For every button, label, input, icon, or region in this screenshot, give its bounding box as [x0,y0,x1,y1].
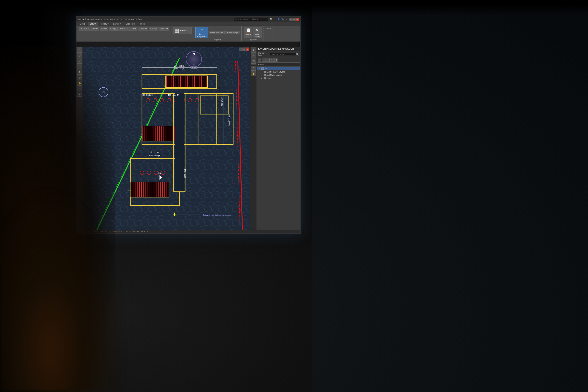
svg-text:P2: P2 [102,90,105,94]
cad-drawing-svg: Min. 11800 Weir Length Min. 12400 400 (n… [83,46,250,234]
layer-color-xref [264,77,266,80]
layer-tree-used[interactable]: All Used Layers [257,74,300,77]
dimension-tool-button[interactable]: ↔ [77,86,82,91]
set-current-button[interactable]: ✓ [266,58,270,62]
zoom-in-button[interactable]: + [251,48,256,52]
layer-properties-button[interactable]: ≡ LayerProperties [195,27,208,38]
zoom-tool-button[interactable]: ⊕ [77,75,82,80]
side-toolbar: ↖ ╱ ○ ◠ A ⊕ ✋ ↔ ✕ [77,46,83,234]
stretch-button[interactable]: ↔ Stretch [138,27,149,30]
line-tool-button[interactable]: ╱ [77,53,82,58]
layer-tree-non-xref[interactable]: All non-Xref Layers [257,70,300,74]
copy-button[interactable]: ⧉ Copy [109,27,118,31]
status-divider-1: | [99,231,99,233]
layer-label-xref: Xref [267,77,271,80]
layer-tree: ▼ All All non-Xref Layers All Used Layer… [257,66,300,234]
arc-tool-button[interactable]: ◠ [77,64,82,69]
navigation-cube[interactable]: N S TOP [186,51,202,67]
layer-label-non-xref: All non-Xref Layers [267,71,285,73]
layer-properties-icon: ≡ [200,28,203,32]
cad-area[interactable]: Min. 11800 Weir Length Min. 12400 400 (n… [83,46,250,234]
current-layer-input[interactable] [270,53,296,56]
mirror-button[interactable]: ⇔ Mirror [118,27,128,30]
orbit-button[interactable]: ⟳ [251,66,256,71]
ribbon-layer-group: ≡ LayerProperties ◎ Make Current ≋ Match… [194,26,242,41]
polar-button[interactable]: POLAR [133,231,139,233]
array-button[interactable]: ⣿ Array ▾ [159,27,169,30]
select-tool-button[interactable]: ↖ [77,48,82,52]
model-button[interactable]: MODEL [101,231,107,233]
touch-group-label: Touch [266,27,270,30]
expand-icon-4: ▶ [261,77,263,80]
pan-tool-button[interactable]: ✋ [77,80,82,86]
move-button[interactable]: ✛ Move [79,27,89,30]
ribbon-hatch-group: ▦ Hatch ▾ [172,26,193,41]
make-current-button[interactable]: ◎ Make Current [209,31,225,34]
new-layer-button[interactable]: + [258,58,261,62]
clipboard-group-label: Clipboard [249,38,257,40]
tab-modify[interactable]: Modify ▾ [99,22,111,26]
layer-color-used [264,74,266,76]
search-icon: 🔍 [270,18,273,20]
fillet-button[interactable]: ⌒ Fillet [128,27,137,31]
zoom-out-button[interactable]: − [251,53,256,58]
select-mode-button[interactable]: ↖ SelectMode [253,27,262,38]
window-title: Autodesk AutoCAD Civil 3D 2018 LFD-ARP-Z… [78,18,232,20]
copy-icon: ⧉ [110,28,111,30]
tab-views[interactable]: views [78,22,87,26]
hatch-dropdown[interactable]: ▦ Hatch ▾ [173,27,192,34]
layer-states-button[interactable]: ≡ [270,58,274,62]
drawing-close-button[interactable]: ✕ [246,48,249,51]
drawing-maximize-button[interactable]: □ [242,48,245,51]
filters-label: Filters [257,63,300,66]
layer-settings-button[interactable]: ⚙ [274,58,278,62]
rotate-button[interactable]: ↻ Rotate [89,27,99,30]
layer-label-all: All [265,68,267,70]
drawing-minimize-button[interactable]: − [239,48,242,51]
erase-tool-button[interactable]: ✕ [77,92,82,96]
layer-tree-xref[interactable]: ▶ Xref [257,77,300,80]
ribbon-clipboard-group: 📋 Paste ↖ SelectMode Clipboard [242,26,263,41]
fit-view-button[interactable]: ⊡ [251,58,256,64]
tab-draw[interactable]: Draw ▾ [88,22,99,26]
draw-tools: ✛ Move ↻ Rotate ✂ Trim ⧉ Copy ⇔ Mirror ⌒… [79,27,169,31]
text-tool-button[interactable]: A [77,70,82,74]
status-bar: 0.0000, 0.0000, 0.0000 | MODEL | SNAP GR… [77,230,300,234]
status-divider-2: | [109,231,110,233]
match-layer-button[interactable]: ≋ Match Layer [225,31,240,34]
layer-tree-all[interactable]: ▼ All [257,67,300,70]
title-search-input[interactable] [234,18,268,21]
svg-text:Min. 11800: Min. 11800 [150,151,160,154]
layer-search-button[interactable]: 🔍 [296,53,299,56]
layer-properties-panel: LAYER PROPERTIES MANAGER Current layer: … [256,46,300,234]
scale-button[interactable]: ⤡ Scale [149,27,158,30]
svg-text:400 (note 5): 400 (note 5) [142,94,153,96]
ribbon-draw-group: ✛ Move ↻ Rotate ✂ Trim ⧉ Copy ⇔ Mirror ⌒… [78,26,171,41]
ribbon-content: ✛ Move ↻ Rotate ✂ Trim ⧉ Copy ⇔ Mirror ⌒… [77,26,300,42]
paste-button[interactable]: 📋 Paste [244,27,252,38]
svg-rect-73 [130,182,169,197]
pan-view-button[interactable]: ✋ [251,71,256,76]
osnap-button[interactable]: OSNAP [141,231,148,233]
tab-touch[interactable]: Touch [137,22,147,26]
restore-button[interactable]: □ [292,18,296,21]
svg-rect-97 [175,94,184,192]
tab-clipboard[interactable]: Clipboard [124,22,137,26]
svg-text:Min. 11800: Min. 11800 [174,65,185,67]
top-view-button[interactable]: TOP [191,66,197,69]
delete-layer-button[interactable]: − [262,58,265,62]
trim-button[interactable]: ✂ Trim [100,27,108,30]
minimize-button[interactable]: − [289,18,292,21]
ortho-button[interactable]: ORTHO [125,231,132,233]
hatch-dropdown-arrow: ▾ [186,30,188,32]
expand-icon: ▼ [258,68,260,70]
snap-button[interactable]: SNAP [112,231,117,233]
svg-text:Min. 8200: Min. 8200 [221,97,223,106]
grid-button[interactable]: GRID [119,231,123,233]
sign-in-button[interactable]: Sign In [281,18,287,20]
circle-tool-button[interactable]: ○ [77,58,82,64]
close-button[interactable]: ✕ [296,18,299,21]
tab-layers[interactable]: Layers ▾ [111,22,123,26]
compass-south: S [193,63,195,66]
main-content: ↖ ╱ ○ ◠ A ⊕ ✋ ↔ ✕ [77,46,300,234]
